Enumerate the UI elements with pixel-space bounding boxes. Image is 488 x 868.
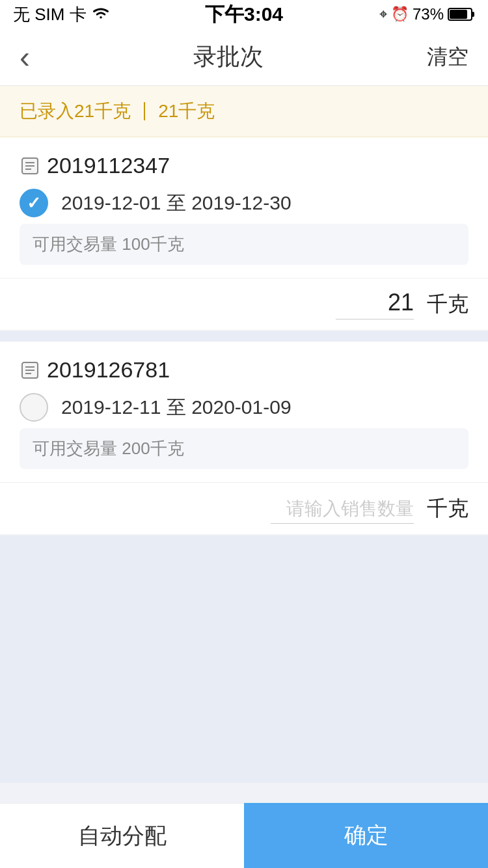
- auto-distribute-button[interactable]: 自动分配: [0, 803, 244, 868]
- battery-icon: [448, 7, 475, 21]
- location-icon: ⌖: [379, 6, 387, 23]
- confirm-button[interactable]: 确定: [244, 803, 488, 868]
- batch-radio-1[interactable]: [20, 189, 48, 217]
- batch-date-row-2[interactable]: 2019-12-11 至 2020-01-09: [0, 389, 488, 428]
- empty-area: [0, 536, 488, 783]
- batch-radio-2[interactable]: [20, 393, 48, 422]
- svg-rect-1: [472, 12, 474, 17]
- separator-1: [0, 331, 488, 342]
- batch-date-row-1[interactable]: 2019-12-01 至 2019-12-30: [0, 185, 488, 224]
- qty-underline-2: [271, 493, 414, 524]
- page-title: 录批次: [193, 41, 264, 73]
- batch-avail-2: 可用交易量 200千克: [20, 428, 468, 469]
- info-banner: 已录入21千克 21千克: [0, 86, 488, 137]
- batch-id-1: 2019112347: [47, 153, 170, 178]
- batch-icon-1: [20, 156, 40, 176]
- batch-icon-2: [20, 360, 40, 381]
- info-divider: [144, 102, 145, 120]
- back-button[interactable]: ‹: [20, 39, 30, 75]
- qty-underline-1: [336, 289, 414, 319]
- batch-header-1: 2019112347: [0, 137, 488, 185]
- qty-unit-1: 千克: [427, 290, 468, 319]
- alarm-icon: ⏰: [391, 6, 409, 23]
- nav-bar: ‹ 录批次 清空: [0, 29, 488, 86]
- batch-date-1: 2019-12-01 至 2019-12-30: [61, 190, 291, 217]
- batch-date-2: 2019-12-11 至 2020-01-09: [61, 394, 291, 421]
- carrier-text: 无 SIM 卡: [13, 3, 87, 26]
- recorded-value: 21千克: [158, 99, 215, 124]
- qty-input-2[interactable]: [271, 493, 414, 521]
- wifi-icon: [92, 5, 110, 25]
- batch-avail-1: 可用交易量 100千克: [20, 224, 468, 265]
- batch-qty-row-2: 千克: [0, 482, 488, 534]
- clear-button[interactable]: 清空: [427, 43, 468, 72]
- batch-id-2: 2019126781: [47, 357, 170, 383]
- batch-qty-row-1: 千克: [0, 278, 488, 330]
- status-right: ⌖ ⏰ 73%: [379, 5, 475, 23]
- status-time: 下午3:04: [205, 1, 283, 28]
- qty-unit-2: 千克: [427, 495, 468, 523]
- recorded-label: 已录入21千克: [20, 99, 131, 124]
- qty-input-1[interactable]: [362, 289, 414, 316]
- status-left: 无 SIM 卡: [13, 3, 110, 26]
- status-bar: 无 SIM 卡 下午3:04 ⌖ ⏰ 73%: [0, 0, 488, 29]
- battery-text: 73%: [413, 5, 444, 23]
- batch-header-2: 2019126781: [0, 342, 488, 389]
- batch-card-1: 2019112347 2019-12-01 至 2019-12-30 可用交易量…: [0, 137, 488, 330]
- svg-rect-2: [450, 10, 467, 19]
- batch-card-2: 2019126781 2019-12-11 至 2020-01-09 可用交易量…: [0, 342, 488, 534]
- bottom-bar: 自动分配 确定: [0, 803, 488, 868]
